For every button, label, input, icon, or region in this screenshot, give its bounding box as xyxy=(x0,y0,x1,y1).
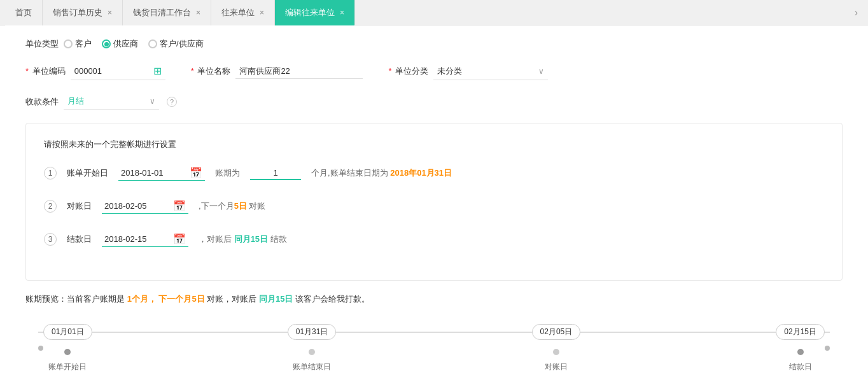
node-label-3: 对账日 xyxy=(545,362,568,372)
period-date-reconcile-input[interactable] xyxy=(104,201,168,211)
unit-code-item: * 单位编码 ⊞ xyxy=(25,62,165,80)
unit-type-item: 单位类型 客户 供应商 客户/供应商 xyxy=(25,38,204,50)
reconcile-highlight: 5日 xyxy=(234,201,247,211)
period-row-2: 2 对账日 📅 ,下一个月5日 对账 xyxy=(44,199,824,214)
calendar-icon-3[interactable]: 📅 xyxy=(173,233,186,245)
close-icon[interactable]: × xyxy=(340,8,344,17)
tab-partner-label: 往来单位 xyxy=(221,7,255,18)
unit-type-label: 单位类型 xyxy=(25,38,59,50)
calendar-icon-2[interactable]: 📅 xyxy=(173,200,186,212)
radio-customer-label: 客户 xyxy=(75,38,92,50)
preview-text: 账期预览：当前客户账期是 1个月， 下一个月5日 对账，对账后 同月15日 该客… xyxy=(25,293,843,305)
node-dot-1 xyxy=(64,349,71,355)
settle-highlight: 同月15日 xyxy=(234,234,268,244)
period-date-start-input[interactable] xyxy=(121,168,185,178)
calendar-icon-1[interactable]: 📅 xyxy=(190,167,202,179)
tab-home-label: 首页 xyxy=(15,7,32,18)
radio-circle-customer xyxy=(64,39,73,48)
payment-terms-value: 月结 xyxy=(67,95,147,107)
unit-code-label: * 单位编码 xyxy=(25,66,66,77)
tab-home[interactable]: 首页 xyxy=(5,0,43,25)
unit-name-item: * 单位名称 xyxy=(191,64,363,79)
close-icon[interactable]: × xyxy=(108,8,112,17)
unit-category-select[interactable]: 未分类 ∨ xyxy=(433,63,548,80)
node-dot-3 xyxy=(553,349,559,355)
timeline-node-4: 02月15日 结款日 xyxy=(776,324,825,372)
required-star: * xyxy=(25,66,29,76)
timeline: 01月01日 账单开始日 01月31日 账单结束日 02月05日 对账日 02月… xyxy=(25,318,843,379)
payment-terms-select[interactable]: 月结 ∨ xyxy=(64,93,159,110)
expand-icon[interactable]: › xyxy=(850,7,863,18)
period-label-settle: 结款日 xyxy=(67,234,92,245)
node-label-1: 账单开始日 xyxy=(48,362,87,372)
required-star2: * xyxy=(191,66,194,76)
tab-sales-history[interactable]: 销售订单历史 × xyxy=(43,0,123,25)
period-row-3: 3 结款日 📅 ，对账后 同月15日 结款 xyxy=(44,232,824,247)
radio-supplier[interactable]: 供应商 xyxy=(102,38,138,50)
chevron-down-icon: ∨ xyxy=(538,67,544,76)
timeline-left-dot xyxy=(38,346,43,351)
period-desc-after-1: 个月,账单结束日期为 2018年01月31日 xyxy=(311,167,452,179)
radio-supplier-label: 供应商 xyxy=(113,38,138,50)
period-label-start: 账单开始日 xyxy=(67,167,108,179)
tab-cashier[interactable]: 钱货日清工作台 × xyxy=(123,0,211,25)
unit-category-value: 未分类 xyxy=(437,66,536,77)
help-icon[interactable]: ? xyxy=(167,97,177,107)
period-end-date: 2018年01月31日 xyxy=(390,168,452,178)
node-badge-3: 02月05日 xyxy=(532,324,581,340)
timeline-right-dot xyxy=(825,346,830,351)
period-date-reconcile: 📅 xyxy=(102,199,188,214)
period-desc-reconcile: ,下一个月5日 对账 xyxy=(199,201,265,212)
payment-terms-label: 收款条件 xyxy=(25,96,59,108)
radio-group: 客户 供应商 客户/供应商 xyxy=(64,38,204,50)
node-badge-4: 02月15日 xyxy=(776,324,825,340)
node-label-2: 账单结束日 xyxy=(293,362,331,372)
preview-part5: 该客户会给我打款。 xyxy=(295,294,370,304)
radio-both[interactable]: 客户/供应商 xyxy=(148,38,204,50)
payment-terms-row: 收款条件 月结 ∨ ? xyxy=(25,93,843,110)
tab-cashier-label: 钱货日清工作台 xyxy=(133,7,191,18)
radio-customer[interactable]: 客户 xyxy=(64,38,92,50)
unit-name-input[interactable] xyxy=(235,64,363,79)
unit-type-row: 单位类型 客户 供应商 客户/供应商 xyxy=(25,38,843,50)
preview-part3: 对账，对账后 xyxy=(207,294,256,304)
period-months-input[interactable] xyxy=(250,167,301,180)
tab-partner[interactable]: 往来单位 × xyxy=(211,0,275,25)
unit-code-input-wrapper: ⊞ xyxy=(71,62,165,80)
timeline-nodes: 01月01日 账单开始日 01月31日 账单结束日 02月05日 对账日 02月… xyxy=(43,324,825,372)
period-num-2: 2 xyxy=(44,200,57,213)
payment-terms-item: 收款条件 月结 ∨ ? xyxy=(25,93,177,110)
period-settings-box: 请按照未来的一个完整帐期进行设置 1 账单开始日 📅 账期为 个月,账单结束日期… xyxy=(25,123,843,281)
timeline-node-3: 02月05日 对账日 xyxy=(532,324,581,372)
close-icon[interactable]: × xyxy=(196,8,200,17)
period-date-settle-input[interactable] xyxy=(104,234,168,244)
period-date-settle: 📅 xyxy=(102,232,188,247)
preview-part4: 同月15日 xyxy=(259,294,293,304)
main-content: 单位类型 客户 供应商 客户/供应商 * 单位编码 xyxy=(0,25,868,387)
preview-part1: 1个月， xyxy=(127,294,157,304)
period-desc-before-1: 账期为 xyxy=(215,167,240,179)
period-row-1: 1 账单开始日 📅 账期为 个月,账单结束日期为 2018年01月31日 xyxy=(44,165,824,181)
period-desc-settle: ，对账后 同月15日 结款 xyxy=(199,234,287,245)
copy-icon[interactable]: ⊞ xyxy=(153,65,162,77)
period-date-start: 📅 xyxy=(118,165,205,181)
node-dot-4 xyxy=(797,349,804,355)
unit-code-input[interactable] xyxy=(74,66,151,76)
period-label-reconcile: 对账日 xyxy=(67,201,92,212)
radio-circle-supplier xyxy=(102,39,111,48)
tab-edit-partner[interactable]: 编辑往来单位 × xyxy=(275,0,355,25)
timeline-node-2: 01月31日 账单结束日 xyxy=(288,324,337,372)
preview-label: 账期预览：当前客户账期是 xyxy=(25,294,125,304)
unit-category-item: * 单位分类 未分类 ∨ xyxy=(388,63,548,80)
tab-edit-partner-label: 编辑往来单位 xyxy=(285,7,335,18)
node-badge-1: 01月01日 xyxy=(43,324,92,340)
unit-info-row: * 单位编码 ⊞ * 单位名称 * 单位分类 未分类 ∨ xyxy=(25,62,843,80)
preview-section: 账期预览：当前客户账期是 1个月， 下一个月5日 对账，对账后 同月15日 该客… xyxy=(25,293,843,387)
radio-both-label: 客户/供应商 xyxy=(160,38,204,50)
unit-category-label: * 单位分类 xyxy=(388,66,428,77)
tab-sales-history-label: 销售订单历史 xyxy=(53,7,102,18)
required-star3: * xyxy=(388,66,391,76)
close-icon[interactable]: × xyxy=(260,8,264,17)
chevron-down-icon2: ∨ xyxy=(150,97,155,106)
period-num-1: 1 xyxy=(44,167,57,179)
